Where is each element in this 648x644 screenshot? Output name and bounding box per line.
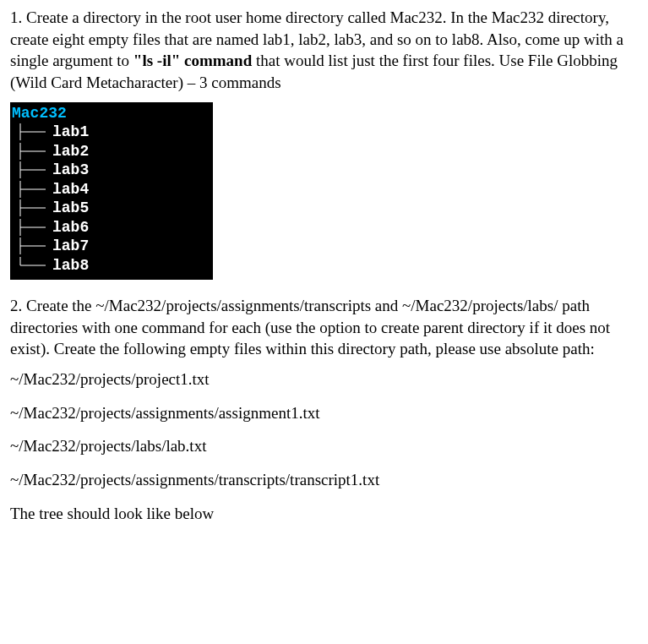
tree-branch-icon	[14, 181, 52, 198]
terminal-file-row: lab3	[10, 161, 213, 180]
question-2-text: 2. Create the ~/Mac232/projects/assignme…	[10, 295, 638, 360]
tree-branch-icon	[14, 219, 52, 236]
terminal-output: Mac232 lab1 lab2 lab3 lab4 lab5 lab6	[10, 102, 213, 281]
terminal-file-name: lab7	[52, 237, 89, 256]
terminal-file-row: lab4	[10, 180, 213, 199]
terminal-file-row: lab1	[10, 123, 213, 142]
terminal-file-name: lab8	[52, 256, 89, 276]
terminal-file-name: lab1	[52, 123, 89, 142]
terminal-file-name: lab4	[52, 180, 89, 199]
tree-branch-icon	[14, 199, 52, 216]
tree-branch-icon	[14, 161, 52, 178]
question-1-bold: "ls -il" command	[133, 52, 252, 69]
terminal-file-row: lab7	[10, 237, 213, 256]
tree-note-text: The tree should look like below	[10, 503, 638, 525]
tree-branch-icon	[14, 143, 52, 160]
file-path-4: ~/Mac232/projects/assignments/transcript…	[10, 469, 638, 491]
tree-branch-icon	[14, 123, 52, 140]
file-path-2: ~/Mac232/projects/assignments/assignment…	[10, 402, 638, 424]
terminal-file-row: lab8	[10, 256, 213, 276]
tree-branch-last-icon	[14, 257, 52, 274]
terminal-file-name: lab3	[52, 161, 89, 180]
file-path-1: ~/Mac232/projects/project1.txt	[10, 368, 638, 390]
terminal-file-name: lab6	[52, 218, 89, 237]
terminal-file-row: lab2	[10, 142, 213, 161]
tree-branch-icon	[14, 237, 52, 254]
terminal-file-row: lab5	[10, 199, 213, 218]
question-1-text: 1. Create a directory in the root user h…	[10, 7, 638, 94]
terminal-file-row: lab6	[10, 218, 213, 237]
terminal-file-name: lab2	[52, 142, 89, 161]
file-path-3: ~/Mac232/projects/labs/lab.txt	[10, 435, 638, 457]
terminal-dir-name: Mac232	[10, 102, 213, 123]
terminal-file-name: lab5	[52, 199, 89, 218]
